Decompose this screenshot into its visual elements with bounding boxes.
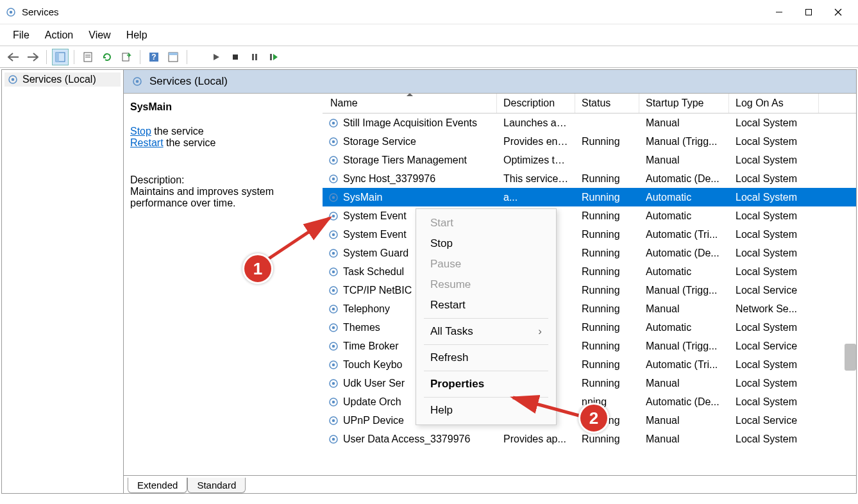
cell-logon: Local Service — [729, 340, 819, 352]
cell-logon: Local System — [729, 117, 819, 129]
cell-startup: Automatic — [639, 322, 729, 333]
service-row[interactable]: System Guard...RunningAutomatic (De...Lo… — [323, 244, 856, 262]
start-service-button[interactable] — [208, 49, 224, 65]
show-hide-action-button[interactable] — [165, 49, 181, 65]
selected-service-name: SysMain — [130, 101, 316, 113]
tree-item-label: Services (Local) — [22, 74, 96, 85]
service-row[interactable]: System Eventsy...RunningAutomaticLocal S… — [323, 206, 856, 225]
service-row[interactable]: System Eventes ...RunningAutomatic (Tri.… — [323, 225, 856, 244]
svg-point-31 — [332, 177, 335, 180]
restart-service-link[interactable]: Restart — [130, 137, 164, 148]
gear-icon — [328, 248, 339, 259]
cell-startup: Manual (Trigg... — [639, 136, 729, 147]
tab-standard[interactable]: Standard — [187, 478, 246, 493]
column-log-on-as[interactable]: Log On As — [729, 94, 819, 113]
stop-service-link[interactable]: Stop — [130, 126, 151, 137]
svg-point-37 — [332, 233, 335, 236]
maximize-button[interactable] — [794, 0, 823, 24]
ctx-separator — [424, 371, 548, 371]
gear-icon — [328, 229, 339, 240]
svg-point-21 — [12, 78, 15, 81]
description-text: Maintains and improves system performanc… — [130, 186, 316, 209]
tab-extended[interactable]: Extended — [128, 478, 187, 493]
ctx-properties[interactable]: Properties — [416, 374, 556, 394]
cell-logon: Local System — [729, 136, 819, 147]
column-name[interactable]: Name — [323, 94, 497, 113]
service-row[interactable]: SysMaina...RunningAutomaticLocal System — [323, 188, 856, 206]
svg-point-1 — [10, 10, 13, 13]
stop-service-button[interactable] — [227, 49, 244, 65]
ctx-stop[interactable]: Stop — [416, 233, 556, 254]
svg-point-25 — [332, 121, 335, 124]
scrollbar-thumb[interactable] — [845, 344, 856, 371]
menu-view[interactable]: View — [82, 27, 117, 44]
menu-action[interactable]: Action — [38, 27, 80, 44]
ctx-separator — [424, 318, 548, 319]
cell-description: a... — [497, 192, 575, 203]
cell-name: Still Image Acquisition Events — [323, 117, 497, 129]
back-button[interactable] — [5, 49, 22, 65]
cell-status: Running — [575, 285, 639, 296]
cell-startup: Automatic (Tri... — [639, 229, 729, 240]
service-row[interactable]: Touch Keyboo...RunningAutomatic (Tri...L… — [323, 355, 856, 374]
cell-status: Running — [575, 378, 639, 389]
service-row[interactable]: Task Schedulus...RunningAutomaticLocal S… — [323, 262, 856, 281]
gear-icon — [328, 192, 339, 203]
pause-service-button[interactable] — [246, 49, 263, 65]
gear-icon — [328, 155, 339, 166]
svg-rect-15 — [169, 53, 178, 55]
service-row[interactable]: Sync Host_3379976This service ...Running… — [323, 169, 856, 188]
cell-logon: Local System — [729, 229, 819, 240]
close-button[interactable] — [823, 0, 853, 24]
svg-rect-17 — [252, 54, 254, 60]
service-row[interactable]: Still Image Acquisition EventsLaunches a… — [323, 113, 856, 132]
column-headers: Name Description Status Startup Type Log… — [323, 94, 856, 113]
menu-help[interactable]: Help — [120, 27, 154, 44]
help-button[interactable]: ? — [146, 49, 162, 65]
gear-icon — [328, 359, 339, 371]
cell-logon: Local System — [729, 248, 819, 259]
service-row[interactable]: Time Brokeres ...RunningManual (Trigg...… — [323, 337, 856, 355]
cell-startup: Automatic — [639, 266, 729, 278]
show-hide-tree-button[interactable] — [52, 49, 69, 65]
svg-point-53 — [332, 382, 335, 385]
cell-logon: Network Se... — [729, 303, 819, 315]
cell-startup: Manual — [639, 155, 729, 166]
cell-startup: Automatic (Tri... — [639, 359, 729, 371]
cell-status: Running — [575, 136, 639, 147]
cell-status: Running — [575, 210, 639, 222]
export-button[interactable] — [118, 49, 135, 65]
cell-logon: Local Service — [729, 415, 819, 426]
service-row[interactable]: TCP/IP NetBICup...RunningManual (Trigg..… — [323, 281, 856, 299]
service-row[interactable]: Udk User Seroo...RunningManualLocal Syst… — [323, 374, 856, 392]
ctx-refresh[interactable]: Refresh — [416, 348, 556, 368]
service-row[interactable]: Telephonyel...RunningManualNetwork Se... — [323, 299, 856, 318]
gear-icon — [328, 340, 339, 352]
refresh-button[interactable] — [99, 49, 115, 65]
tree-item-services-local[interactable]: Services (Local) — [4, 72, 121, 87]
restart-service-button[interactable] — [265, 49, 282, 65]
service-row[interactable]: Storage ServiceProvides ena...RunningMan… — [323, 132, 856, 151]
ctx-restart[interactable]: Restart — [416, 295, 556, 315]
ctx-separator — [424, 344, 548, 345]
service-row[interactable]: Storage Tiers ManagementOptimizes th...M… — [323, 151, 856, 169]
gear-icon — [328, 285, 339, 296]
minimize-button[interactable] — [764, 0, 794, 24]
cell-startup: Manual — [639, 378, 729, 389]
column-description[interactable]: Description — [497, 94, 575, 113]
menu-file[interactable]: File — [6, 27, 36, 44]
gear-icon — [328, 136, 339, 147]
ctx-all-tasks[interactable]: All Tasks — [416, 321, 556, 342]
cell-logon: Local System — [729, 322, 819, 333]
cell-startup: Automatic — [639, 210, 729, 222]
ctx-help[interactable]: Help — [416, 400, 556, 421]
column-status[interactable]: Status — [575, 94, 639, 113]
cell-startup: Automatic (De... — [639, 248, 729, 259]
column-startup-type[interactable]: Startup Type — [639, 94, 729, 113]
service-row[interactable]: Themes...RunningAutomaticLocal System — [323, 318, 856, 337]
svg-point-55 — [332, 400, 335, 403]
cell-description: This service ... — [497, 173, 575, 185]
forward-button[interactable] — [24, 49, 41, 65]
ctx-separator — [424, 397, 548, 398]
properties-button[interactable] — [80, 49, 96, 65]
